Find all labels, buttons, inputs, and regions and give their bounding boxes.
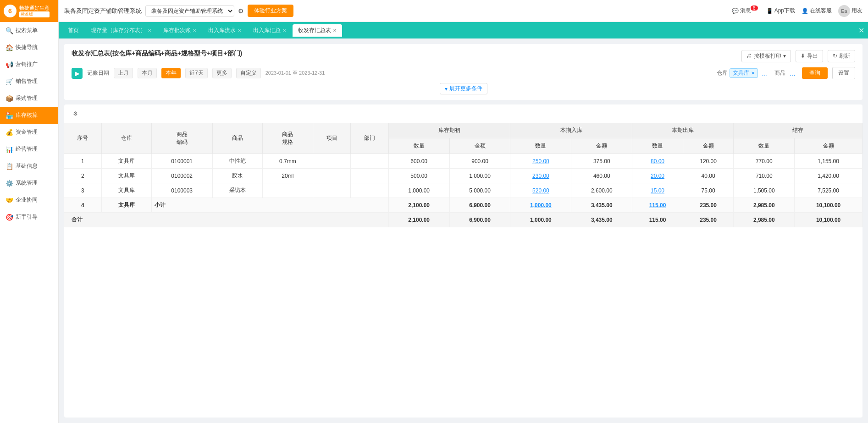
col-in-amt: 金额 xyxy=(571,138,632,154)
sidebar-item-purchase[interactable]: 📦 采购管理 xyxy=(0,90,58,107)
print-icon: 🖨 xyxy=(746,53,752,59)
page-header-section: 收发存汇总表(按仓库+商品编码+商品+规格型号+项目+部门) 🖨 按模板打印 ▾… xyxy=(64,44,862,100)
expand-more-btn[interactable]: ▾ 展开更多条件 xyxy=(440,83,487,94)
warehouse-more-btn[interactable]: … xyxy=(760,70,770,77)
total-opening-qty: 2,100.00 xyxy=(388,213,449,227)
avatar: Ea xyxy=(838,5,850,17)
date-btn-7days[interactable]: 近7天 xyxy=(185,68,208,78)
tab-close-recv-summary[interactable]: ✕ xyxy=(333,28,337,33)
product-more-btn[interactable]: … xyxy=(787,70,797,77)
tab-bar-close[interactable]: ✕ xyxy=(858,26,864,35)
col-out-amt: 金额 xyxy=(683,138,734,154)
export-btn[interactable]: ⬇ 导出 xyxy=(796,50,823,62)
cell-out-qty[interactable]: 20.00 xyxy=(632,169,683,183)
tab-recv-summary[interactable]: 收发存汇总表 ✕ xyxy=(293,24,342,37)
cell-index: 3 xyxy=(64,183,101,198)
sidebar-item-label: 基础信息 xyxy=(16,162,38,170)
sidebar-item-sales[interactable]: 🛒 销售管理 xyxy=(0,73,58,90)
subtotal-out-qty: 115.00 xyxy=(632,198,683,213)
cell-out-qty[interactable]: 80.00 xyxy=(632,154,683,169)
data-table: 序号 仓库 商品编码 商品 商品规格 项目 部门 库存期初 本期入库 本期出库 … xyxy=(64,123,862,227)
filter-toggle-btn[interactable]: ▶ xyxy=(72,68,83,79)
app-download-btn[interactable]: 📱 App下载 xyxy=(766,7,795,15)
cell-dept xyxy=(351,183,388,198)
sidebar-item-marketing[interactable]: 📢 营销推广 xyxy=(0,56,58,73)
product-filter: 商品 … xyxy=(774,69,797,77)
cell-spec: 0.7mm xyxy=(262,154,313,169)
notification-btn[interactable]: 💬 消息 6 xyxy=(732,7,760,15)
print-btn[interactable]: 🖨 按模板打印 ▾ xyxy=(741,50,791,62)
sidebar-item-label: 库存核算 xyxy=(16,111,38,119)
filter-row: ▶ 记账日期 上月 本月 本年 近7天 更多 自定义 2023-01-01 至 … xyxy=(72,67,855,79)
date-btn-this-month[interactable]: 本月 xyxy=(138,68,157,78)
cell-warehouse: 文具库 xyxy=(101,154,151,169)
cell-index: 1 xyxy=(64,154,101,169)
table-container: ⚙ 序号 仓库 商品编码 商品 商品规格 项目 部门 库存期初 本期入库 本期出… xyxy=(64,104,862,418)
tab-batch[interactable]: 库存批次账 ✕ xyxy=(158,24,202,37)
system-selector[interactable]: 装备及固定资产辅助管理系统 xyxy=(145,5,234,16)
tab-inventory-dist[interactable]: 现存量（库存分布表） ✕ xyxy=(85,24,157,37)
chevron-down-icon: ▾ xyxy=(783,53,786,59)
subtotal-in-amt: 3,435.00 xyxy=(571,198,632,213)
col-balance-group: 结存 xyxy=(734,123,862,138)
date-btn-this-year[interactable]: 本年 xyxy=(161,68,181,78)
date-btn-custom[interactable]: 自定义 xyxy=(236,68,261,78)
date-btn-more[interactable]: 更多 xyxy=(212,68,232,78)
cell-project xyxy=(313,169,351,183)
col-project: 项目 xyxy=(313,123,351,154)
cell-project xyxy=(313,183,351,198)
tab-close-inventory-dist[interactable]: ✕ xyxy=(148,28,151,33)
col-opening-qty: 数量 xyxy=(388,138,449,154)
tab-inout-summary[interactable]: 出入库汇总 ✕ xyxy=(248,24,292,37)
table-row: 1 文具库 0100001 中性笔 0.7mm 600.00 900.00 25… xyxy=(64,154,862,169)
top-header: 装备及固定资产辅助管理系统 装备及固定资产辅助管理系统 ⚙ 体验行业方案 💬 消… xyxy=(59,0,868,22)
date-filter-label: 记账日期 xyxy=(87,69,109,77)
sidebar-item-label: 搜索菜单 xyxy=(16,27,38,34)
sidebar-item-search[interactable]: 🔍 搜索菜单 xyxy=(0,22,58,39)
warehouse-tag[interactable]: 文具库 ✕ xyxy=(730,68,758,78)
notification-icon: 💬 xyxy=(732,8,739,14)
cell-in-qty[interactable]: 230.00 xyxy=(510,169,571,183)
sidebar-item-finance[interactable]: 💰 资金管理 xyxy=(0,124,58,141)
experience-btn[interactable]: 体验行业方案 xyxy=(248,5,293,17)
sidebar-item-enterprise[interactable]: 🤝 企业协同 xyxy=(0,192,58,209)
tab-inout-flow[interactable]: 出入库流水 ✕ xyxy=(203,24,247,37)
tab-home[interactable]: 首页 xyxy=(62,24,84,37)
sidebar-item-system[interactable]: ⚙️ 系统管理 xyxy=(0,175,58,192)
online-service-btn[interactable]: 👤 在线客服 xyxy=(802,7,832,15)
subtotal-opening-amt: 6,900.00 xyxy=(449,198,510,213)
subtotal-balance-amt: 10,100.00 xyxy=(795,198,862,213)
total-in-qty: 1,000.00 xyxy=(510,213,571,227)
sidebar-item-guide[interactable]: 🎯 新手引导 xyxy=(0,209,58,225)
tab-close-batch[interactable]: ✕ xyxy=(193,28,196,33)
settings-gear-icon[interactable]: ⚙ xyxy=(238,7,244,15)
cell-code: 0100001 xyxy=(151,154,212,169)
warehouse-tag-close[interactable]: ✕ xyxy=(751,71,755,76)
sidebar-item-inventory[interactable]: 🏪 库存核算 xyxy=(0,107,58,124)
sidebar-item-quick[interactable]: 🏠 快捷导航 xyxy=(0,39,58,56)
cell-code: 0100003 xyxy=(151,183,212,198)
tab-close-inout-flow[interactable]: ✕ xyxy=(238,28,241,33)
sidebar-item-basic[interactable]: 📋 基础信息 xyxy=(0,158,58,175)
settings-button[interactable]: 设置 xyxy=(832,67,855,79)
col-in-group: 本期入库 xyxy=(510,123,632,138)
table-settings-btn[interactable]: ⚙ xyxy=(70,108,81,119)
subtotal-warehouse: 文具库 xyxy=(101,198,151,213)
store-icon: 🏪 xyxy=(6,112,13,119)
logo-icon: 6 xyxy=(4,5,17,17)
cell-in-qty[interactable]: 520.00 xyxy=(510,183,571,198)
logo-text: 畅捷通好生意 标准版 xyxy=(19,5,50,17)
sidebar-item-label: 资金管理 xyxy=(16,128,38,136)
cell-product: 采访本 xyxy=(212,183,262,198)
date-btn-last-month[interactable]: 上月 xyxy=(114,68,133,78)
sidebar-item-operation[interactable]: 📊 经营管理 xyxy=(0,141,58,158)
query-button[interactable]: 查询 xyxy=(802,67,828,79)
total-opening-amt: 6,900.00 xyxy=(449,213,510,227)
refresh-btn[interactable]: ↻ 刷新 xyxy=(828,50,855,62)
export-icon: ⬇ xyxy=(801,53,805,59)
user-menu[interactable]: Ea 用友 xyxy=(838,5,862,17)
total-balance-amt: 10,100.00 xyxy=(795,213,862,227)
tab-close-inout-summary[interactable]: ✕ xyxy=(282,28,286,33)
cell-out-qty[interactable]: 15.00 xyxy=(632,183,683,198)
cell-in-qty[interactable]: 250.00 xyxy=(510,154,571,169)
